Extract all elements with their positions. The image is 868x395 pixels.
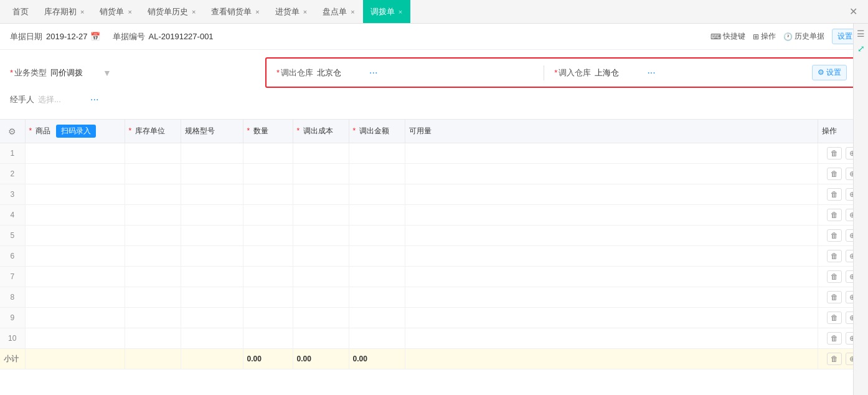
expand-icon[interactable]: ⤢ [857, 44, 865, 54]
delete-row-button[interactable]: 🗑 [827, 209, 842, 221]
tab-stocktake[interactable]: 盘点单 × [315, 0, 362, 23]
cell-product[interactable] [25, 226, 125, 246]
gear-icon[interactable]: ⚙ [8, 126, 16, 136]
tab-close-icon[interactable]: × [80, 8, 84, 16]
tab-close-icon[interactable]: × [128, 8, 131, 16]
table-row[interactable]: 小计 0.00 0.00 0.00 🗑 ⊕ [0, 349, 868, 369]
tab-inventory-init[interactable]: 库存期初 × [37, 0, 92, 23]
history-button[interactable]: 🕐 历史单据 [783, 31, 824, 42]
list-icon[interactable]: ☰ [857, 29, 865, 39]
cell-product[interactable] [25, 287, 125, 308]
cell-qty[interactable] [243, 287, 293, 308]
table-row[interactable]: 3 🗑 ⊕ [0, 184, 868, 205]
cell-amount[interactable] [349, 328, 405, 349]
cell-cost[interactable] [293, 267, 349, 287]
cell-qty[interactable] [243, 328, 293, 349]
handler-more[interactable]: ··· [90, 94, 98, 105]
out-warehouse-more[interactable]: ··· [369, 67, 377, 79]
table-row[interactable]: 2 🗑 ⊕ [0, 164, 868, 184]
cell-product[interactable] [25, 349, 125, 369]
cell-cost[interactable] [293, 287, 349, 308]
table-row[interactable]: 5 🗑 ⊕ [0, 226, 868, 246]
cell-amount[interactable] [349, 308, 405, 328]
tab-view-sales[interactable]: 查看销货单 × [204, 0, 267, 23]
tab-close-icon[interactable]: × [303, 8, 307, 16]
row-no: 10 [0, 328, 25, 349]
delete-row-button[interactable]: 🗑 [827, 229, 842, 242]
scan-input-button[interactable]: 扫码录入 [56, 125, 96, 138]
cell-qty[interactable] [243, 308, 293, 328]
cell-cost[interactable] [293, 308, 349, 328]
docno-field: 单据编号 AL-20191227-001 [113, 31, 214, 42]
tab-purchase[interactable]: 进货单 × [268, 0, 315, 23]
cell-cost[interactable] [293, 143, 349, 164]
cell-qty[interactable] [243, 143, 293, 164]
cell-qty[interactable] [243, 184, 293, 205]
tab-sales-history[interactable]: 销货单历史 × [140, 0, 204, 23]
cell-unit [125, 308, 181, 328]
cell-product[interactable] [25, 205, 125, 226]
cell-product[interactable] [25, 184, 125, 205]
cell-amount[interactable] [349, 164, 405, 184]
tab-close-icon[interactable]: × [399, 8, 402, 16]
warehouse-settings-button[interactable]: ⚙ 设置 [812, 65, 847, 80]
cell-qty[interactable] [243, 226, 293, 246]
cell-cost[interactable] [293, 246, 349, 267]
cell-cost[interactable] [293, 328, 349, 349]
cell-product[interactable] [25, 308, 125, 328]
cell-amount[interactable] [349, 205, 405, 226]
calendar-icon[interactable]: 📅 [90, 32, 100, 41]
cell-qty[interactable] [243, 267, 293, 287]
delete-row-button[interactable]: 🗑 [827, 188, 842, 201]
cell-cost[interactable] [293, 226, 349, 246]
delete-row-button[interactable]: 🗑 [827, 332, 842, 345]
table-row[interactable]: 7 🗑 ⊕ [0, 267, 868, 287]
cell-qty[interactable] [243, 246, 293, 267]
delete-row-button[interactable]: 🗑 [827, 168, 842, 180]
table-row[interactable]: 6 🗑 ⊕ [0, 246, 868, 267]
cell-product[interactable] [25, 164, 125, 184]
business-type-dropdown[interactable]: ▼ [103, 68, 111, 78]
cell-amount[interactable] [349, 267, 405, 287]
cell-product[interactable] [25, 328, 125, 349]
delete-row-button[interactable]: 🗑 [827, 353, 842, 365]
cell-product[interactable] [25, 143, 125, 164]
delete-row-button[interactable]: 🗑 [827, 147, 842, 159]
delete-row-button[interactable]: 🗑 [827, 270, 842, 283]
cell-amount[interactable] [349, 287, 405, 308]
tab-home[interactable]: 首页 [5, 0, 37, 23]
cell-qty[interactable] [243, 164, 293, 184]
cell-qty[interactable] [243, 205, 293, 226]
shortcuts-button[interactable]: ⌨ 快捷键 [710, 31, 745, 42]
cell-cost[interactable] [293, 164, 349, 184]
tab-transfer[interactable]: 调拨单 × [363, 0, 410, 23]
tab-close-icon[interactable]: × [192, 8, 196, 16]
form-row-2: 经手人 选择... ··· [10, 94, 858, 105]
cell-amount[interactable] [349, 226, 405, 246]
delete-row-button[interactable]: 🗑 [827, 291, 842, 303]
cell-product[interactable] [25, 246, 125, 267]
delete-row-button[interactable]: 🗑 [827, 250, 842, 262]
cell-amount[interactable] [349, 143, 405, 164]
table-row[interactable]: 1 🗑 ⊕ [0, 143, 868, 164]
row-no: 4 [0, 205, 25, 226]
cell-unit [125, 164, 181, 184]
tab-sales-order[interactable]: 销货单 × [92, 0, 139, 23]
table-row[interactable]: 8 🗑 ⊕ [0, 287, 868, 308]
cell-product[interactable] [25, 267, 125, 287]
cell-amount[interactable] [349, 184, 405, 205]
in-warehouse-section: * 调入仓库 上海仓 ··· [554, 67, 811, 79]
tab-label: 进货单 [275, 6, 300, 17]
operations-button[interactable]: ⊞ 操作 [753, 31, 776, 42]
window-close-button[interactable]: ✕ [843, 2, 863, 22]
cell-cost[interactable] [293, 184, 349, 205]
tab-close-icon[interactable]: × [255, 8, 259, 16]
table-row[interactable]: 4 🗑 ⊕ [0, 205, 868, 226]
table-row[interactable]: 9 🗑 ⊕ [0, 308, 868, 328]
table-row[interactable]: 10 🗑 ⊕ [0, 328, 868, 349]
delete-row-button[interactable]: 🗑 [827, 312, 842, 324]
cell-amount[interactable] [349, 246, 405, 267]
in-warehouse-more[interactable]: ··· [647, 67, 655, 79]
tab-close-icon[interactable]: × [351, 8, 354, 16]
cell-cost[interactable] [293, 205, 349, 226]
